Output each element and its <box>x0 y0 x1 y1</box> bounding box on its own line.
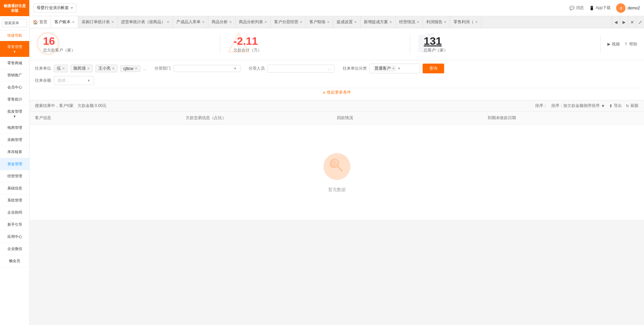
tab-operations-status[interactable]: 经营情况 ✕ <box>396 16 423 28</box>
filter-tag-wang-xiaoliang-close[interactable]: ✕ <box>112 67 115 70</box>
tab-goods-analysis-list[interactable]: 商品分析列表 ✕ <box>235 16 271 28</box>
account-selector[interactable]: 母婴行业演示帐套 ▼ <box>34 3 77 12</box>
summary-bar: ¥ 16 总欠款客户（家） ✦ -2.11 欠款合计（ <box>30 28 644 60</box>
sidebar-item-enterprise-collab[interactable]: 企业协同 <box>0 207 29 219</box>
sort-selector[interactable]: 排序：按欠款金额倒序排序 ▼ <box>551 103 605 109</box>
tab-profit-report[interactable]: 利润报告 ✕ <box>423 16 450 28</box>
tab-goods-analysis-list-close-icon[interactable]: ✕ <box>264 20 267 24</box>
filter-tag-cjttcw-close[interactable]: ✕ <box>135 67 137 70</box>
tab-customer-segment[interactable]: 客户分层经营 ✕ <box>271 16 306 28</box>
tab-home[interactable]: 🏠 首页 <box>30 16 51 28</box>
summary-actions: ▶ 视频 ？ 帮助 <box>601 28 644 60</box>
balance-placeholder: 选择... <box>57 78 86 83</box>
main-area: 母婴行业演示帐套 ▼ 💬 消息 📱 App下载 d demo2 🏠 首页 客户账… <box>30 0 644 325</box>
filter-bar: 往来单位 伍 ✕ 陈民强 ✕ 王小亮 ✕ cjttcw ✕ ... <box>30 60 644 100</box>
tab-goods-analysis[interactable]: 商品分析 ✕ <box>208 16 235 28</box>
tab-new-promotion-close-icon[interactable]: ✕ <box>389 20 392 24</box>
svg-rect-6 <box>435 39 439 52</box>
tab-cost-entry[interactable]: 产成品入库单 ✕ <box>173 16 208 28</box>
tab-maximize-button[interactable]: ⤢ <box>636 16 644 28</box>
tab-profit-report-close-icon[interactable]: ✕ <box>444 20 446 24</box>
tab-scroll-right-button[interactable]: ▶ <box>620 16 628 28</box>
tab-retail-profit-close-icon[interactable]: ✕ <box>475 20 478 24</box>
tab-customer-segment-close-icon[interactable]: ✕ <box>300 20 302 24</box>
svg-text:✦: ✦ <box>235 43 241 50</box>
sidebar-item-marketing[interactable]: 营销推广 <box>0 69 29 81</box>
tab-operations-status-close-icon[interactable]: ✕ <box>417 20 419 24</box>
topbar-right: 💬 消息 📱 App下载 d demo2 <box>569 3 640 13</box>
tab-customer-contact[interactable]: 客户联络 ✕ <box>306 16 333 28</box>
app-logo: 畅捷通好生意 标版 <box>0 0 29 16</box>
sidebar-item-wholesale-mgmt-label: 批发管理 <box>7 109 22 114</box>
tab-customers[interactable]: 客户账本 ✕ <box>51 16 78 28</box>
svg-rect-4 <box>419 35 425 52</box>
sidebar-item-free-member[interactable]: 畅会员 <box>0 255 29 267</box>
quick-nav-button[interactable]: 快捷导航 <box>0 30 29 41</box>
collapse-button[interactable]: ∧ 收起更多条件 <box>323 89 351 95</box>
tab-customers-close-icon[interactable]: ✕ <box>72 20 75 24</box>
tab-close-all-button[interactable]: ✕ <box>628 16 636 28</box>
app-logo-text: 畅捷通好生意 标版 <box>4 3 26 13</box>
balance-selector[interactable]: 选择... ▼ <box>54 76 94 85</box>
video-button[interactable]: ▶ 视频 <box>607 41 620 47</box>
sidebar-item-purchase-mgmt[interactable]: 采购管理 <box>0 134 29 146</box>
sidebar-item-capital-mgmt[interactable]: 资金管理 <box>0 158 29 170</box>
export-button[interactable]: ⬆ 导出 <box>609 103 622 109</box>
user-menu-button[interactable]: d demo2 <box>616 3 640 13</box>
sidebar-item-wholesale-mgmt[interactable]: 批发管理 ▼ <box>0 106 29 122</box>
home-icon: 🏠 <box>33 20 38 25</box>
person-selector-dots[interactable]: ... <box>328 66 331 71</box>
tab-retail-profit[interactable]: 零售利润（ ✕ <box>450 16 481 28</box>
sidebar-item-member-center[interactable]: 会员中心 <box>0 81 29 94</box>
tab-purchase-stats[interactable]: 采购订单统计表 ✕ <box>78 16 118 28</box>
tab-import-stats[interactable]: 进货单统计表（按商品） ✕ <box>118 16 173 28</box>
help-button[interactable]: ？ 帮助 <box>624 41 637 47</box>
sidebar-item-operations-mgmt[interactable]: 经营管理 <box>0 170 29 182</box>
sidebar-item-inventory-check-label: 库存核算 <box>7 149 22 154</box>
query-button[interactable]: 查询 <box>423 64 444 73</box>
app-download-button[interactable]: 📱 App下载 <box>589 5 611 11</box>
filter-more-tags[interactable]: ... <box>143 66 146 71</box>
sidebar-item-basic-info[interactable]: 基础信息 <box>0 182 29 194</box>
refresh-icon: ↻ <box>626 104 629 108</box>
tab-customer-contact-close-icon[interactable]: ✕ <box>327 20 330 24</box>
tab-promotion-settings-close-icon[interactable]: ✕ <box>354 20 357 24</box>
sidebar-search-area[interactable]: 搜索菜单 <box>0 16 29 30</box>
search-menu-button[interactable]: 搜索菜单 <box>2 19 27 27</box>
sidebar-item-retail-mgmt[interactable]: 零售管理 ▼ <box>0 41 29 57</box>
sidebar-item-retail-mall[interactable]: 零售商城 <box>0 57 29 69</box>
unit-classify-selector[interactable]: 普通客户 ✕ ▼ <box>370 64 420 73</box>
sidebar-item-system-mgmt[interactable]: 系统管理 <box>0 194 29 207</box>
sidebar-item-app-center[interactable]: 应用中心 <box>0 231 29 243</box>
sidebar-item-inventory-check[interactable]: 库存核算 <box>0 146 29 158</box>
tab-bar: 🏠 首页 客户账本 ✕ 采购订单统计表 ✕ 进货单统计表（按商品） ✕ 产成品入… <box>30 16 644 28</box>
filter-tag-unit-all-close[interactable]: ✕ <box>62 67 65 70</box>
tab-import-stats-close-icon[interactable]: ✕ <box>167 20 169 24</box>
dept-selector[interactable]: ▼ <box>173 65 241 72</box>
total-customers-label: 总客户（家） <box>424 47 591 53</box>
sidebar-item-operations-mgmt-label: 经营管理 <box>7 174 22 179</box>
sidebar-item-ecommerce-mgmt[interactable]: 电商管理 <box>0 122 29 134</box>
filter-tag-chen-minqiang-close[interactable]: ✕ <box>87 67 90 70</box>
chevron-down-icon: ▼ <box>13 115 16 118</box>
total-debt-customers-label: 总欠款客户（家） <box>43 47 210 53</box>
message-button[interactable]: 💬 消息 <box>569 5 584 11</box>
tab-scroll-left-button[interactable]: ◀ <box>612 16 620 28</box>
tab-purchase-stats-close-icon[interactable]: ✕ <box>111 20 114 24</box>
unit-classify-close[interactable]: ✕ <box>392 67 395 70</box>
sidebar-item-retail-stats[interactable]: 零售统计 <box>0 94 29 106</box>
total-debt-customers-value: 16 <box>43 35 210 47</box>
username-label: demo2 <box>628 6 640 10</box>
phone-icon: 📱 <box>589 6 594 10</box>
refresh-button[interactable]: ↻ 刷新 <box>626 103 639 109</box>
sidebar-item-new-guide[interactable]: 新手引导 <box>0 219 29 231</box>
tab-new-promotion[interactable]: 新增提成方案 ✕ <box>360 16 396 28</box>
tab-cost-entry-close-icon[interactable]: ✕ <box>202 20 205 24</box>
debt-total-value: -2.11 <box>233 35 400 47</box>
tab-goods-analysis-close-icon[interactable]: ✕ <box>229 20 232 24</box>
debt-amount-label: 欠款金额 0.00元 <box>78 103 107 109</box>
tab-promotion-settings[interactable]: 提成设置 ✕ <box>333 16 360 28</box>
sidebar-item-enterprise-wechat[interactable]: 企业微信 <box>0 243 29 255</box>
person-selector[interactable]: ... <box>267 65 335 73</box>
svg-text:¥: ¥ <box>45 39 51 49</box>
